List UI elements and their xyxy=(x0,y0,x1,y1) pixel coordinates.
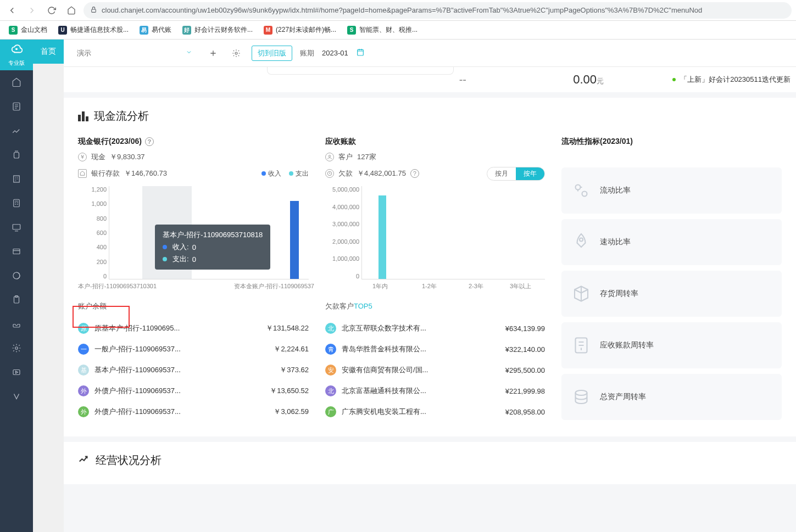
bookmark-item[interactable]: U畅捷通信息技术股... xyxy=(54,23,133,37)
bank-icon xyxy=(78,169,87,178)
switch-oldver-button[interactable]: 切到旧版 xyxy=(252,46,292,61)
list-item[interactable]: 一一般户-招行-1109069537...￥2,224.61 xyxy=(78,339,309,360)
rocket-icon xyxy=(571,232,591,252)
list-item[interactable]: 外外债户-招行-1109069537...￥13,650.52 xyxy=(78,380,309,401)
list-item[interactable]: 青青岛华胜普金科技有限公...¥322,140.00 xyxy=(325,339,545,360)
chart-legend: 收入 支出 xyxy=(261,169,309,178)
bookmark-item[interactable]: 好好会计云财务软件... xyxy=(178,23,257,37)
news-ticker[interactable]: 「上新」好会计20230511迭代更新 xyxy=(672,75,796,85)
chevron-down-icon xyxy=(186,49,192,57)
rail-gear-icon[interactable] xyxy=(0,336,33,360)
bar-aging-1y[interactable] xyxy=(378,195,386,279)
metric-card-current-ratio[interactable]: 流动比率 xyxy=(561,167,782,214)
list-item[interactable]: 北北京互帮联众数字技术有...¥634,139.99 xyxy=(325,318,545,339)
calendar-icon[interactable] xyxy=(356,48,365,58)
metric-card-inventory-turnover[interactable]: 存货周转率 xyxy=(561,271,782,317)
cashflow-panel: 现金流分析 现金银行(2023/06) ? ￥ 现金 ￥9,830.37 xyxy=(64,98,796,436)
left-rail: 专业版 xyxy=(0,40,33,532)
aging-bar-chart[interactable]: 5,000,0004,000,0003,000,0002,000,0001,00… xyxy=(325,186,545,290)
svg-rect-3 xyxy=(14,176,20,182)
help-icon[interactable]: ? xyxy=(145,137,154,146)
content-scroll[interactable]: -- 0.00元 「上新」好会计20230511迭代更新 现金流分析 现金银行( xyxy=(64,67,796,532)
help-icon[interactable]: ? xyxy=(410,169,419,178)
rail-building-icon[interactable] xyxy=(0,167,33,191)
rail-calc-icon[interactable] xyxy=(0,191,33,215)
add-button[interactable] xyxy=(205,46,221,61)
list-item[interactable]: 安安徽有信商贸有限公司/国...¥295,500.00 xyxy=(325,360,545,380)
cash-bank-title: 现金银行(2023/06) ? xyxy=(78,137,309,147)
strip-input-remnant xyxy=(267,67,454,75)
list-item[interactable]: 广广东腾安机电安装工程有...¥208,958.00 xyxy=(325,401,545,422)
bank-bar-chart[interactable]: 1,2001,0008006004002000 本户-招行-1109069537… xyxy=(78,186,309,290)
rail-palette-icon[interactable] xyxy=(0,264,33,288)
receivable-title: 应收账款 xyxy=(325,137,545,147)
list-item[interactable]: 外外债户-招行-1109069537...￥3,062.59 xyxy=(78,401,309,422)
svg-point-10 xyxy=(15,347,18,350)
nav-reload-button[interactable] xyxy=(44,3,59,18)
metric-card-ar-turnover[interactable]: 应收账款周转率 xyxy=(561,322,782,368)
x-axis: 1年内 1-2年 2-3年 3年以上 xyxy=(361,281,545,290)
y-axis: 1,2001,0008006004002000 xyxy=(78,186,107,279)
rail-doc-icon[interactable] xyxy=(0,94,33,119)
yen-icon: ￥ xyxy=(78,153,87,161)
list-item[interactable]: 基基本户-招行-1109069537...￥373.62 xyxy=(78,360,309,380)
toggle-year[interactable]: 按年 xyxy=(516,167,544,180)
svg-rect-11 xyxy=(13,370,20,375)
strip-amount: 0.00元 xyxy=(573,72,604,87)
list-item[interactable]: 北北京富基融通科技有限公...¥221,999.98 xyxy=(325,380,545,401)
badge-icon: 青 xyxy=(325,344,336,355)
badge-icon: 安 xyxy=(325,365,336,376)
rail-screen-icon[interactable] xyxy=(0,215,33,239)
y-axis: 5,000,0004,000,0003,000,0002,000,0001,00… xyxy=(325,186,359,279)
rail-logo[interactable]: 专业版 xyxy=(0,40,33,70)
rail-v-icon[interactable] xyxy=(0,384,33,408)
dot-icon xyxy=(672,78,676,81)
coins-icon xyxy=(571,387,591,407)
svg-rect-5 xyxy=(13,225,20,229)
tab-home[interactable]: 首页 xyxy=(33,40,64,64)
svg-rect-13 xyxy=(357,49,363,55)
ratio-icon xyxy=(571,181,591,200)
lock-icon xyxy=(90,6,97,15)
user-icon xyxy=(325,153,334,161)
x-axis: 本户-招行-110906953710301 资本金账户-招行-110906953… xyxy=(109,281,309,290)
bar-chart-icon xyxy=(78,111,88,121)
metric-card-asset-turnover[interactable]: 总资产周转率 xyxy=(561,374,782,420)
metric-card-quick-ratio[interactable]: 速动比率 xyxy=(561,219,782,265)
url-text: cloud.chanjet.com/accounting/uw1eb00zy96… xyxy=(102,6,702,14)
owed-line: 欠款 ￥4,482,001.75 ? xyxy=(325,169,419,178)
rail-cube-icon[interactable] xyxy=(0,239,33,264)
nav-back-button[interactable] xyxy=(4,3,20,18)
gear-button[interactable] xyxy=(229,46,244,61)
panel-title: 现金流分析 xyxy=(78,109,782,124)
app-root: 专业版 首页 演示 切到旧版 账期 2 xyxy=(0,40,796,532)
svg-point-20 xyxy=(576,390,587,395)
rail-inbox-icon[interactable] xyxy=(0,312,33,336)
liquidity-title: 流动性指标(2023/01) xyxy=(561,137,782,147)
bar-income[interactable] xyxy=(290,201,299,279)
svg-point-17 xyxy=(582,192,587,197)
bookmark-item[interactable]: M(227封未读邮件)畅... xyxy=(259,23,341,37)
rail-jar-icon[interactable] xyxy=(0,143,33,167)
badge-icon: 外 xyxy=(78,406,89,417)
toggle-month[interactable]: 按月 xyxy=(487,167,516,180)
rail-clipboard-icon[interactable] xyxy=(0,288,33,312)
overflow-strip: -- 0.00元 「上新」好会计20230511迭代更新 xyxy=(64,67,796,92)
top5-list: 北北京互帮联众数字技术有...¥634,139.99 青青岛华胜普金科技有限公.… xyxy=(325,318,545,422)
rail-home-icon[interactable] xyxy=(0,70,33,94)
rail-chart-icon[interactable] xyxy=(0,119,33,143)
svg-point-12 xyxy=(235,52,237,54)
org-selector[interactable]: 演示 xyxy=(71,44,198,62)
nav-forward-button[interactable] xyxy=(24,3,40,18)
customers-line: 客户 127家 xyxy=(325,152,545,162)
bookmark-item[interactable]: S金山文档 xyxy=(4,23,52,37)
svg-point-16 xyxy=(576,185,581,190)
main-area: 演示 切到旧版 账期 2023-01 -- 0.00元 「上新」好会计20230… xyxy=(64,40,796,532)
url-bar[interactable]: cloud.chanjet.com/accounting/uw1eb00zy96… xyxy=(84,2,792,19)
rail-video-icon[interactable] xyxy=(0,360,33,384)
receivable-section: 应收账款 客户 127家 欠款 ￥4,482,001.75 ? xyxy=(325,137,545,425)
bookmark-item[interactable]: S智能票、财、税推... xyxy=(343,23,422,37)
period-label: 账期 xyxy=(300,48,314,58)
nav-home-button[interactable] xyxy=(64,3,79,18)
bookmark-item[interactable]: 易易代账 xyxy=(135,23,176,37)
